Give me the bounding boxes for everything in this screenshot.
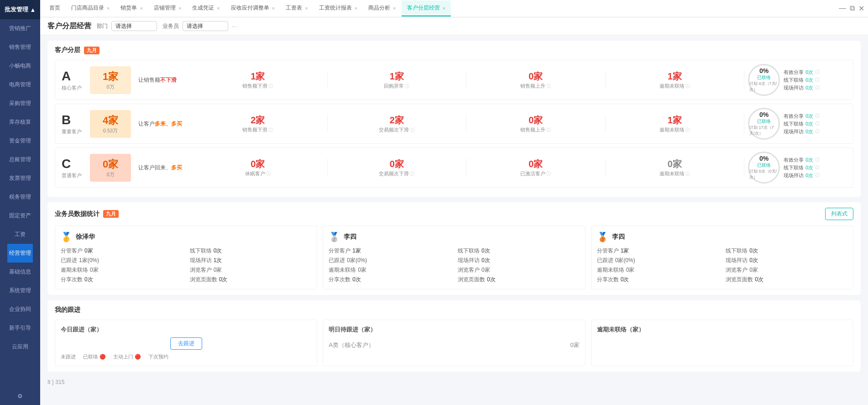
info-icon[interactable]: ⓘ <box>815 77 820 83</box>
tab-close-icon[interactable]: × <box>355 5 357 11</box>
info-icon[interactable]: ⓘ <box>405 83 409 89</box>
biz-stat-link[interactable]: 0家 <box>358 266 366 274</box>
info-icon[interactable]: ⓘ <box>815 84 820 91</box>
sidebar-item-总账管理[interactable]: 总账管理 <box>7 150 33 169</box>
sidebar-item-基础信息[interactable]: 基础信息 <box>7 263 33 281</box>
tab-close-icon[interactable]: × <box>443 5 445 11</box>
tab-商品分析[interactable]: 商品分析× <box>363 0 401 16</box>
info-icon[interactable]: ⓘ <box>266 171 271 177</box>
info-icon[interactable]: ⓘ <box>815 157 820 163</box>
biz-stat-link[interactable]: 0家 <box>90 266 99 274</box>
sidebar-item-营销推广[interactable]: 营销推广 <box>7 19 33 38</box>
biz-stat-link[interactable]: 0家 <box>749 266 758 274</box>
tab-生成凭证[interactable]: 生成凭证× <box>187 0 225 16</box>
sidebar-item-新手引导[interactable]: 新手引导 <box>7 319 33 337</box>
tab-close-icon[interactable]: × <box>140 5 142 11</box>
info-icon[interactable]: ⓘ <box>815 69 820 75</box>
dept-select[interactable]: 请选择 <box>111 21 157 31</box>
info-icon[interactable]: ⓘ <box>685 127 690 133</box>
info-icon[interactable]: ⓘ <box>410 127 414 133</box>
tier-count-box: 0家0万 <box>90 154 131 182</box>
tab-首页[interactable]: 首页 <box>44 0 66 16</box>
sidebar-item-小畅电商[interactable]: 小畅电商 <box>7 57 33 75</box>
biz-stat-link[interactable]: 1家(0%) <box>79 257 99 264</box>
tab-工资统计报表[interactable]: 工资统计报表× <box>314 0 363 16</box>
tab-close-icon[interactable]: × <box>217 5 220 11</box>
info-icon[interactable]: ⓘ <box>815 128 820 135</box>
customer-section: 客户分层 九月 A核心客户1家0万让销售额不下滑 1家 销售额下滑 ⓘ 1家 回… <box>47 41 861 197</box>
info-icon[interactable]: ⓘ <box>546 171 551 177</box>
restore-icon[interactable]: ⧉ <box>850 4 855 13</box>
biz-stat-link[interactable]: 0家 <box>626 266 635 274</box>
stat-label: 销售额上升 ⓘ <box>470 83 601 89</box>
info-icon[interactable]: ⓘ <box>815 164 820 171</box>
settings-button[interactable]: ⚙ <box>0 387 40 405</box>
tab-门店商品目录[interactable]: 门店商品目录× <box>66 0 115 16</box>
biz-stat-row: 线下联络 0次 <box>726 247 847 255</box>
sidebar-item-经营管理[interactable]: 经营管理 <box>7 244 33 263</box>
circle-stat: 0% 已联络 计划 0次（0天/次） <box>748 152 780 184</box>
sidebar-top[interactable]: 批发管理 ▲ <box>0 0 40 19</box>
tab-close-icon[interactable]: × <box>178 5 181 11</box>
info-icon[interactable]: ⓘ <box>815 121 820 127</box>
biz-stat-row: 已跟进 0家(0%) <box>597 257 719 264</box>
sidebar-item-云应用[interactable]: 云应用 <box>7 337 33 356</box>
circle-sub: 计划 4次（7天/次） <box>749 81 779 93</box>
sidebar-item-发票管理[interactable]: 发票管理 <box>7 169 33 188</box>
biz-stat-val: 0次 <box>84 276 93 284</box>
biz-section: 业务员数据统计 九月 列表式 🥇 徐泽华 分管客户 0家线下联络 0次已跟进 1… <box>47 202 861 295</box>
tab-close-icon[interactable]: × <box>305 5 308 11</box>
sidebar-item-系统管理[interactable]: 系统管理 <box>7 281 33 300</box>
go-followup-button[interactable]: 去跟进 <box>170 337 202 350</box>
tab-应收应付调整单[interactable]: 应收应付调整单× <box>225 0 280 16</box>
more-options-icon[interactable]: ··· <box>232 23 237 30</box>
tab-工资表[interactable]: 工资表× <box>280 0 313 16</box>
stat-label: 已激活客户 ⓘ <box>470 170 601 177</box>
info-icon[interactable]: ⓘ <box>815 172 820 179</box>
biz-stat-link[interactable]: 0家 <box>214 266 222 274</box>
sidebar-item-资金管理[interactable]: 资金管理 <box>7 131 33 150</box>
sidebar-item-税务管理[interactable]: 税务管理 <box>7 188 33 206</box>
info-icon[interactable]: ⓘ <box>815 113 820 119</box>
tier-name: 普通客户 <box>61 172 83 179</box>
circle-label: 已联络 <box>757 162 771 168</box>
stat-box-1: 1家 回购异常 ⓘ <box>331 70 463 89</box>
sidebar-item-销售管理[interactable]: 销售管理 <box>7 38 33 57</box>
sales-select[interactable]: 请选择 <box>183 21 228 31</box>
info-icon[interactable]: ⓘ <box>268 83 273 89</box>
info-icon[interactable]: ⓘ <box>685 83 690 89</box>
chevron-up-icon: ▲ <box>30 6 36 13</box>
tier-count-box: 1家0万 <box>90 66 131 94</box>
sidebar-item-采购管理[interactable]: 采购管理 <box>7 94 33 113</box>
tier-count-num: 4家 <box>97 114 124 127</box>
tab-close-icon[interactable]: × <box>393 5 396 11</box>
biz-stat-val: 0次 <box>219 276 228 284</box>
sidebar-item-工资[interactable]: 工资 <box>7 225 33 244</box>
info-icon[interactable]: ⓘ <box>268 127 273 133</box>
sidebar-item-库存核算[interactable]: 库存核算 <box>7 113 33 131</box>
tier-amount: 0万 <box>97 171 124 178</box>
info-icon[interactable]: ⓘ <box>546 127 551 133</box>
biz-stat-link[interactable]: 0家(0%) <box>615 257 635 264</box>
tab-店铺管理[interactable]: 店铺管理× <box>148 0 187 16</box>
tier-row-B: B重要客户4家0.53万让客户多来、多买 2家 销售额下滑 ⓘ 2家 交易频次下… <box>55 104 853 144</box>
tab-客户分层经营[interactable]: 客户分层经营× <box>402 0 451 16</box>
sidebar-item-企业协同[interactable]: 企业协同 <box>7 300 33 319</box>
info-icon[interactable]: ⓘ <box>546 83 551 89</box>
biz-stat-link[interactable]: 0家 <box>481 266 490 274</box>
info-icon[interactable]: ⓘ <box>685 171 690 177</box>
biz-month-badge: 九月 <box>103 210 119 218</box>
biz-stat-val: 0次 <box>352 276 361 284</box>
close-window-icon[interactable]: ✕ <box>858 4 864 13</box>
biz-stat-row: 浏览客户 0家 <box>458 266 580 274</box>
tab-close-icon[interactable]: × <box>107 5 110 11</box>
minimize-icon[interactable]: — <box>839 4 846 13</box>
tab-销货单[interactable]: 销货单× <box>115 0 148 16</box>
biz-stat-link[interactable]: 0家(0%) <box>347 257 367 264</box>
info-icon[interactable]: ⓘ <box>410 171 414 177</box>
stat-label: 回购异常 ⓘ <box>331 83 463 89</box>
sidebar-item-电商管理[interactable]: 电商管理 <box>7 75 33 94</box>
list-view-button[interactable]: 列表式 <box>825 208 853 220</box>
sidebar-item-固定资产[interactable]: 固定资产 <box>7 206 33 225</box>
tab-close-icon[interactable]: × <box>272 5 275 11</box>
